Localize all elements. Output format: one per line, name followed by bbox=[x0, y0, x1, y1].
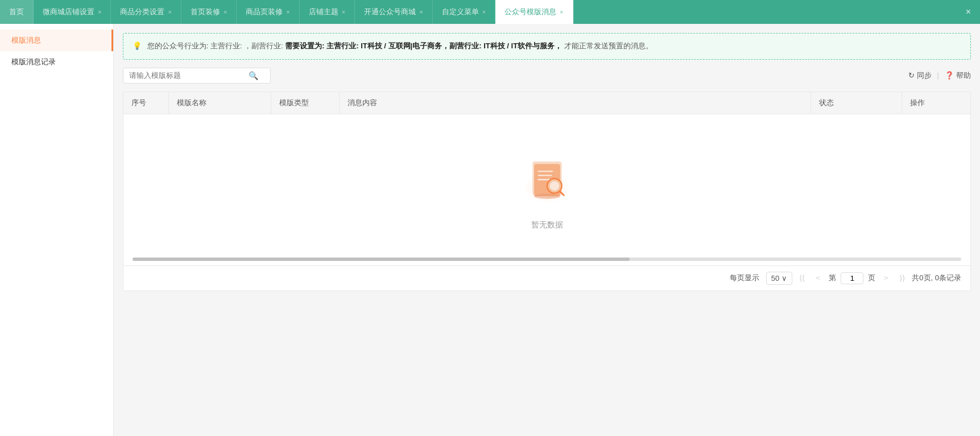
search-input[interactable] bbox=[129, 71, 249, 80]
sidebar-item-template-msg[interactable]: 模版消息 bbox=[0, 30, 113, 51]
page-prev-button[interactable]: ＜ bbox=[812, 272, 824, 284]
per-page-value: 50 bbox=[771, 274, 779, 283]
tab-product-page[interactable]: 商品页装修× bbox=[237, 0, 299, 24]
tab-weshop[interactable]: 微商城店铺设置× bbox=[34, 0, 111, 24]
tab-home-decor[interactable]: 首页装修× bbox=[181, 0, 237, 24]
toolbar-divider: | bbox=[937, 71, 939, 80]
scroll-thumb bbox=[133, 258, 630, 261]
notice-suffix: 才能正常发送预置的消息。 bbox=[564, 41, 653, 50]
chevron-down-icon: ∨ bbox=[781, 274, 787, 283]
tab-close-open-mall[interactable]: × bbox=[419, 9, 423, 15]
tab-close-product-cat[interactable]: × bbox=[168, 9, 171, 15]
notice-banner: 💡 您的公众号行业为: 主营行业: ，副营行业: 需要设置为: 主营行业: IT… bbox=[123, 33, 971, 60]
empty-text: 暂无数据 bbox=[531, 220, 563, 230]
scroll-bar-area bbox=[123, 253, 970, 265]
search-input-wrap: 🔍 bbox=[123, 68, 271, 84]
tab-label: 首页装修 bbox=[191, 7, 220, 17]
tab-open-mall[interactable]: 开通公众号商城× bbox=[355, 0, 432, 24]
table-header-消息内容: 消息内容 bbox=[340, 92, 811, 114]
tab-label: 商品页装修 bbox=[246, 7, 283, 17]
page-last-button[interactable]: ⟩⟩ bbox=[897, 272, 907, 284]
table-header-状态: 状态 bbox=[811, 92, 902, 114]
notice-highlight: 需要设置为: 主营行业: IT科技 / 互联网|电子商务，副营行业: IT科技 … bbox=[285, 41, 562, 50]
tab-label: 店铺主题 bbox=[309, 7, 338, 17]
per-page-label: 每页显示 bbox=[730, 273, 759, 283]
tab-home[interactable]: 首页 bbox=[0, 0, 34, 24]
tab-label: 首页 bbox=[9, 7, 24, 17]
page-unit: 页 bbox=[868, 273, 875, 283]
tab-label: 自定义菜单 bbox=[442, 7, 479, 17]
search-icon[interactable]: 🔍 bbox=[249, 71, 258, 80]
toolbar-right: ↻ 同步 | ❓ 帮助 bbox=[908, 70, 971, 81]
pagination-bar: 每页显示 50 ∨ ⟨⟨ ＜ 第 页 ＞ ⟩⟩ 共0页, 0条记录 bbox=[123, 265, 970, 290]
content-area: 💡 您的公众号行业为: 主营行业: ，副营行业: 需要设置为: 主营行业: IT… bbox=[114, 24, 980, 436]
tab-close-shop-theme[interactable]: × bbox=[342, 9, 345, 15]
tab-bar: 首页微商城店铺设置×商品分类设置×首页装修×商品页装修×店铺主题×开通公众号商城… bbox=[0, 0, 980, 24]
page-first-button[interactable]: ⟨⟨ bbox=[797, 272, 807, 284]
notice-prefix: 您的公众号行业为: 主营行业: ，副营行业: bbox=[147, 41, 283, 50]
tab-close-custom-menu[interactable]: × bbox=[482, 9, 486, 15]
bulb-icon: 💡 bbox=[133, 41, 142, 50]
table-header-模版类型: 模版类型 bbox=[271, 92, 340, 114]
tab-label: 公众号模版消息 bbox=[505, 7, 556, 17]
scroll-track[interactable] bbox=[133, 258, 961, 261]
sidebar: 模版消息模版消息记录 bbox=[0, 24, 114, 436]
tab-close-weshop[interactable]: × bbox=[98, 9, 101, 15]
empty-state: 暂无数据 bbox=[123, 114, 970, 253]
tab-shop-theme[interactable]: 店铺主题× bbox=[300, 0, 355, 24]
tab-close-home-decor[interactable]: × bbox=[224, 9, 227, 15]
per-page-select[interactable]: 50 ∨ bbox=[766, 272, 792, 285]
main-layout: 模版消息模版消息记录 💡 您的公众号行业为: 主营行业: ，副营行业: 需要设置… bbox=[0, 24, 980, 436]
page-input[interactable] bbox=[841, 272, 863, 284]
sidebar-item-template-log[interactable]: 模版消息记录 bbox=[0, 51, 113, 73]
tab-label: 开通公众号商城 bbox=[364, 7, 416, 17]
tab-label: 商品分类设置 bbox=[120, 7, 164, 17]
empty-illustration bbox=[516, 148, 578, 211]
tab-product-cat[interactable]: 商品分类设置× bbox=[111, 0, 181, 24]
table-header-序号: 序号 bbox=[123, 92, 169, 114]
help-icon: ❓ bbox=[945, 71, 954, 80]
table-header-操作: 操作 bbox=[902, 92, 970, 114]
svg-point-7 bbox=[534, 194, 560, 199]
search-bar: 🔍 ↻ 同步 | ❓ 帮助 bbox=[123, 68, 971, 84]
total-info: 共0页, 0条记录 bbox=[912, 273, 961, 283]
tab-label: 微商城店铺设置 bbox=[43, 7, 94, 17]
tab-template-msg[interactable]: 公众号模版消息× bbox=[495, 0, 573, 24]
page-label: 第 bbox=[829, 273, 836, 283]
page-next-button[interactable]: ＞ bbox=[880, 272, 892, 284]
close-all-button[interactable]: × bbox=[957, 0, 980, 24]
help-button[interactable]: ❓ 帮助 bbox=[945, 70, 971, 81]
table-header: 序号模版名称模版类型消息内容状态操作 bbox=[123, 92, 970, 114]
sync-icon: ↻ bbox=[908, 71, 915, 80]
table-header-模版名称: 模版名称 bbox=[169, 92, 271, 114]
tab-custom-menu[interactable]: 自定义菜单× bbox=[433, 0, 495, 24]
sync-button[interactable]: ↻ 同步 bbox=[908, 70, 932, 81]
table-wrap: 序号模版名称模版类型消息内容状态操作 bbox=[123, 92, 971, 291]
help-label: 帮助 bbox=[956, 70, 971, 81]
sync-label: 同步 bbox=[917, 70, 932, 81]
svg-point-5 bbox=[549, 181, 559, 191]
tab-close-template-msg[interactable]: × bbox=[560, 9, 563, 15]
tab-close-product-page[interactable]: × bbox=[286, 9, 290, 15]
